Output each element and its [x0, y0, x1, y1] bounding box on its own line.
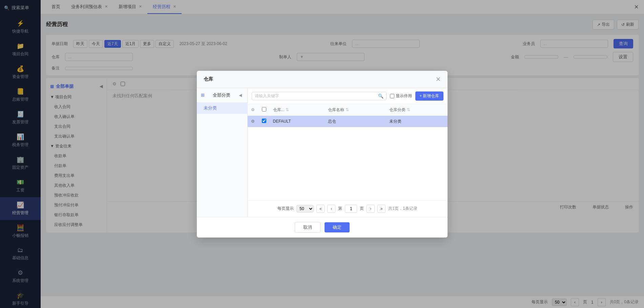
- unclassified-cat[interactable]: 未分类: [197, 102, 247, 114]
- modal-table: ⚙ 仓库... ⇅ 仓库名称 ⇅: [248, 104, 448, 200]
- modal-toolbar: 🔍 显示停用 + 新增仓库: [248, 88, 448, 104]
- next-page-btn[interactable]: ›: [367, 205, 375, 213]
- search-wrap: 🔍: [252, 92, 387, 100]
- row-checkbox[interactable]: [262, 119, 266, 123]
- confirm-button[interactable]: 确定: [325, 222, 350, 232]
- grid-icon-small: ⊞: [201, 93, 205, 98]
- modal-close-button[interactable]: ✕: [436, 76, 441, 83]
- th-category-label: 仓库分类: [389, 107, 406, 112]
- page-size-label: 每页显示: [277, 206, 294, 211]
- all-category-label: 全部分类: [213, 92, 230, 98]
- show-disabled-wrap: 显示停用: [390, 93, 412, 99]
- th-name-label: 仓库名称: [328, 107, 344, 112]
- row-name: 总仓: [325, 116, 386, 127]
- first-page-btn[interactable]: «: [316, 205, 325, 213]
- table-row[interactable]: ⚙ DEFAULT 总仓 未分: [248, 116, 448, 127]
- th-code[interactable]: 仓库... ⇅: [270, 104, 325, 116]
- row-gear-icon: ⚙: [251, 119, 255, 124]
- row-code: DEFAULT: [270, 116, 325, 127]
- row-check: [258, 116, 270, 127]
- page-total: 共1页，1条记录: [388, 206, 417, 211]
- show-disabled-label: 显示停用: [396, 93, 412, 99]
- search-icon: 🔍: [378, 94, 383, 99]
- modal-right-panel: 🔍 显示停用 + 新增仓库 ⚙: [248, 88, 448, 217]
- warehouse-modal: 仓库 ✕ ⊞ 全部分类 ◀ 未分类 🔍 显示停用: [197, 71, 448, 238]
- last-page-btn[interactable]: »: [377, 205, 386, 213]
- panel-collapse-btn[interactable]: ◀: [237, 91, 243, 99]
- page-label: 第: [338, 206, 342, 211]
- modal-title: 仓库: [204, 76, 213, 82]
- next-page-icon: ›: [370, 206, 371, 211]
- all-category-btn[interactable]: ⊞ 全部分类 ◀: [197, 88, 247, 102]
- sort-icon: ⇅: [286, 107, 289, 112]
- column-gear-icon[interactable]: ⚙: [251, 107, 255, 112]
- modal-footer: 取消 确定: [197, 217, 448, 238]
- modal-pagination: 每页显示 50 10 20 100 « ‹ 第 页 ›: [248, 200, 448, 217]
- modal-left-panel: ⊞ 全部分类 ◀ 未分类: [197, 88, 248, 217]
- warehouse-search-input[interactable]: [255, 94, 376, 98]
- row-gear: ⚙: [248, 116, 258, 127]
- th-category[interactable]: 仓库分类 ⇅: [386, 104, 447, 116]
- prev-page-btn[interactable]: ‹: [327, 205, 335, 213]
- sort-icon-name: ⇅: [346, 107, 349, 112]
- modal-header: 仓库 ✕: [197, 71, 448, 88]
- table-header-row: ⚙ 仓库... ⇅ 仓库名称 ⇅: [248, 104, 448, 116]
- row-category: 未分类: [386, 116, 447, 127]
- add-warehouse-button[interactable]: + 新增仓库: [415, 91, 443, 101]
- unclassified-label: 未分类: [204, 105, 217, 110]
- modal-body: ⊞ 全部分类 ◀ 未分类 🔍 显示停用 + 新增仓库: [197, 88, 448, 217]
- first-page-icon: «: [319, 206, 322, 211]
- last-page-icon: »: [380, 206, 383, 211]
- warehouse-table-body: ⚙ DEFAULT 总仓 未分: [248, 116, 448, 127]
- page-suffix: 页: [360, 206, 364, 211]
- page-size-select[interactable]: 50 10 20 100: [296, 205, 314, 212]
- sort-icon-cat: ⇅: [407, 107, 410, 112]
- select-all-checkbox[interactable]: [262, 107, 266, 111]
- cancel-button[interactable]: 取消: [295, 222, 320, 233]
- th-name[interactable]: 仓库名称 ⇅: [325, 104, 386, 116]
- prev-page-icon: ‹: [331, 206, 332, 211]
- show-disabled-checkbox[interactable]: [390, 94, 394, 98]
- page-number-input[interactable]: [345, 205, 357, 213]
- th-gear: ⚙: [248, 104, 258, 116]
- th-check: [258, 104, 270, 116]
- th-code-label: 仓库...: [273, 107, 285, 112]
